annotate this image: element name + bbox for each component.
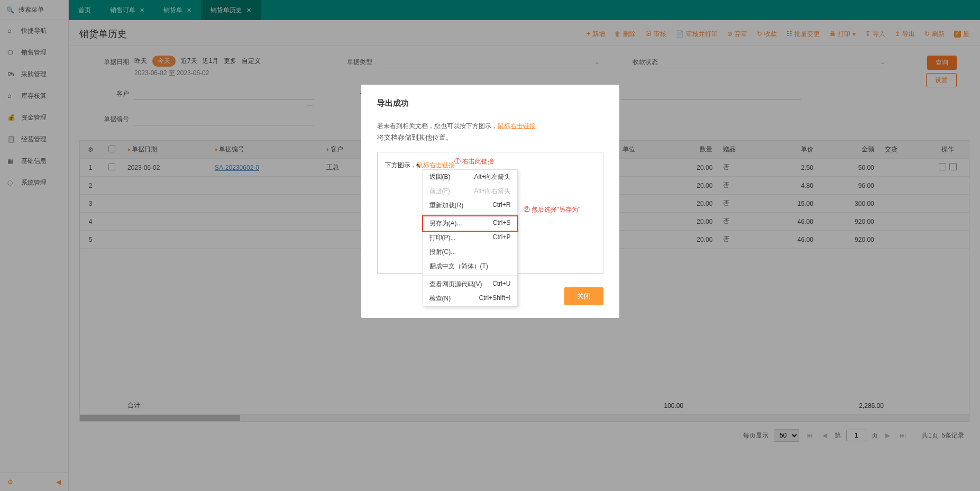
annotation-2: ② 然后选择"另存为" [524, 205, 581, 214]
context-menu-item: 打印(P)...Ctrl+P [423, 231, 517, 245]
close-button[interactable]: 关闭 [564, 287, 603, 305]
context-menu-item: 返回(B)Alt+向左箭头 [423, 170, 517, 184]
context-menu-item: 翻成中文（简体）(T) [423, 259, 517, 274]
context-menu-example: 返回(B)Alt+向左箭头前进(F)Alt+向右箭头重新加载(R)Ctrl+R另… [423, 169, 518, 306]
context-menu-item: 投射(C)... [423, 245, 517, 259]
context-menu-item: 前进(F)Alt+向右箭头 [423, 184, 517, 198]
annotation-1: ① 右击此链接 [454, 157, 494, 166]
cursor-icon: ↖ [416, 162, 421, 169]
modal-link-hint[interactable]: 鼠标右击链接 [498, 122, 536, 130]
instruction-image: 下方图示，鼠标右击链接 ↖ ① 右击此链接 返回(B)Alt+向左箭头前进(F)… [377, 152, 603, 274]
modal-overlay: 导出成功 若未看到相关文档，您也可以按下方图示，鼠标右击链接 将文档存储到其他位… [0, 0, 980, 491]
modal-line1: 若未看到相关文档，您也可以按下方图示，鼠标右击链接 [377, 120, 603, 132]
context-menu-item: 重新加载(R)Ctrl+R [423, 198, 517, 213]
modal-line2: 将文档存储到其他位置。 [377, 132, 603, 143]
export-success-modal: 导出成功 若未看到相关文档，您也可以按下方图示，鼠标右击链接 将文档存储到其他位… [361, 85, 619, 318]
context-menu-item: 另存为(A)...Ctrl+S [422, 215, 518, 232]
modal-title: 导出成功 [377, 98, 603, 108]
context-menu-item: 查看网页源代码(V)Ctrl+U [423, 277, 517, 292]
example-link: 鼠标右击链接 [417, 161, 455, 169]
context-menu-item: 检查(N)Ctrl+Shift+I [423, 292, 517, 306]
